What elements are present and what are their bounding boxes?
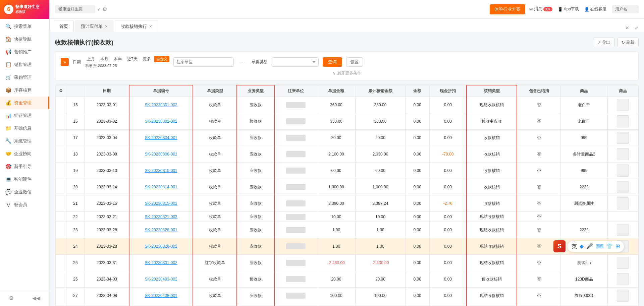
tab-close-all-icon[interactable]: ✕ xyxy=(624,24,631,32)
td-balance: 0.00 xyxy=(405,146,429,163)
sidebar-item-sales[interactable]: 📋销售管理 xyxy=(0,58,49,71)
online-service-link[interactable]: 👤 在线客服 xyxy=(584,6,606,12)
table-row: 24 2023-03-28 SK-20230328-002 收款单 应收款 ██… xyxy=(56,238,638,255)
td-balance: 0.00 xyxy=(405,222,429,238)
query-button[interactable]: 查询 xyxy=(323,57,342,67)
th-balance: 余额 xyxy=(405,85,429,97)
sidebar-item-wechat[interactable]: 💬企业微信 xyxy=(0,186,49,198)
watermark-icon-diamond[interactable]: ◆ xyxy=(580,243,584,250)
watermark-icon-mic[interactable]: 🎤 xyxy=(586,243,593,250)
filter-date-this-year[interactable]: 本年 xyxy=(112,56,124,63)
tab-prepay[interactable]: 预计应付单 ✕ xyxy=(75,20,114,32)
doc-no-link[interactable]: SK-20230308-001 xyxy=(145,152,177,157)
filter-date-this-month[interactable]: 本月 xyxy=(98,56,110,63)
td-product-img xyxy=(607,130,638,146)
td-settings xyxy=(56,179,66,195)
topbar-settings-icon[interactable]: ⚙ xyxy=(102,6,107,12)
th-index xyxy=(66,85,85,97)
sidebar-item-marketing[interactable]: 📢营销推广 xyxy=(0,46,49,58)
filter-setting-button[interactable]: 设置 xyxy=(346,57,363,67)
filter-expand-button[interactable]: » xyxy=(61,58,69,66)
doc-no-link[interactable]: SK-20230321-003 xyxy=(145,215,177,219)
filter-expand-row[interactable]: ∨ 展开更多条件 xyxy=(61,70,633,76)
filter-date-options: 上月 本月 本年 近7天 更多 自定义 xyxy=(85,56,169,63)
sidebar-item-member[interactable]: V畅会员 xyxy=(0,198,49,211)
doc-no-link[interactable]: SK-20230310-001 xyxy=(145,168,177,173)
td-doc-type: 收款单 xyxy=(193,146,237,163)
tab-receipt-write-off[interactable]: 首页 xyxy=(54,20,74,32)
sidebar-item-basic[interactable]: 📁基础信息 xyxy=(0,122,49,135)
td-date: 2023-03-02 xyxy=(85,113,129,130)
tab-current-close-icon[interactable]: ✕ xyxy=(149,24,152,29)
td-doc-type: 收款单 xyxy=(193,288,237,304)
td-date: 2023-03-14 xyxy=(85,179,129,195)
settings-bottom-icon[interactable]: ⚙ xyxy=(7,293,16,303)
tab-current[interactable]: 收款核销执行 ✕ xyxy=(115,20,158,32)
topbar-message[interactable]: ✉ 消息 99+ xyxy=(529,6,552,12)
watermark-icon-ying[interactable]: 英 xyxy=(572,243,577,250)
tab-label: 首页 xyxy=(59,23,68,29)
tabs-right-actions: ✕ ⤢ xyxy=(624,24,640,32)
topbar-user[interactable]: 用户名 xyxy=(612,5,639,13)
sidebar-item-finance[interactable]: 💰资金管理 xyxy=(0,97,49,109)
doc-no-link[interactable]: SK-20230302-002 xyxy=(145,119,177,124)
tab-prepay-close-icon[interactable]: ✕ xyxy=(105,24,108,29)
doc-no-link[interactable]: SK-20230301-002 xyxy=(145,103,177,107)
td-balance: 0.00 xyxy=(405,212,429,222)
td-doc-no: SK-20230315-002 xyxy=(129,195,193,212)
export-button[interactable]: ↗ 导出 xyxy=(593,38,614,47)
refresh-button[interactable]: ↻ 刷新 xyxy=(617,38,639,47)
sidebar-item-operation[interactable]: 📊经营管理 xyxy=(0,109,49,122)
filter-date-more[interactable]: 更多 xyxy=(141,56,153,63)
app-download-link[interactable]: 📱 App下载 xyxy=(558,6,579,12)
td-include-settled: 否 xyxy=(517,179,560,195)
refresh-icon: ↻ xyxy=(622,40,625,45)
sidebar-item-quick-nav[interactable]: 🏠快捷导航 xyxy=(0,33,49,46)
sidebar-item-hardware[interactable]: 💻智能硬件 xyxy=(0,173,49,186)
column-settings-icon[interactable]: ⚙ xyxy=(59,88,63,93)
td-include-settled: 否 xyxy=(517,304,560,306)
sidebar-item-inventory[interactable]: 📦库存核算 xyxy=(0,84,49,97)
sidebar-label-finance: 资金管理 xyxy=(14,100,32,106)
td-cash-discount: 0.00 xyxy=(429,163,467,179)
td-cash-discount: 0.00 xyxy=(429,212,467,222)
doc-no-link[interactable]: SK-20230328-002 xyxy=(145,244,177,249)
doc-no-link[interactable]: SK-20230408-001 xyxy=(145,293,177,298)
td-doc-type: 收款单 xyxy=(193,130,237,146)
sidebar-item-guide[interactable]: 🎯新手引导 xyxy=(0,160,49,173)
th-settings[interactable]: ⚙ xyxy=(56,85,66,97)
filter-date-last-month[interactable]: 上月 xyxy=(85,56,97,63)
watermark-icon-grid[interactable]: ⊞ xyxy=(615,243,620,250)
td-settings xyxy=(56,238,66,255)
industry-solution-button[interactable]: 体验行业方案 xyxy=(490,4,525,14)
doc-no-link[interactable]: SK-20230328-001 xyxy=(145,228,177,232)
tab-expand-icon[interactable]: ⤢ xyxy=(633,24,640,32)
expand-more-label: 展开更多条件 xyxy=(337,70,361,76)
sidebar-item-system[interactable]: 🔧系统管理 xyxy=(0,135,49,147)
watermark-icon-keyboard[interactable]: ⌨ xyxy=(596,243,603,250)
td-date: 2023-03-08 xyxy=(85,146,129,163)
filter-partner-input[interactable] xyxy=(173,57,234,67)
sidebar-icon-search: 🔍 xyxy=(5,23,11,29)
doc-no-link[interactable]: SK-20230403-002 xyxy=(145,277,177,282)
td-biz-type: 应收款 xyxy=(237,163,274,179)
sidebar-item-search[interactable]: 🔍搜索菜单 xyxy=(0,20,49,33)
watermark-icon-shirt[interactable]: 👕 xyxy=(606,243,613,250)
doc-no-link[interactable]: SK-20230304-001 xyxy=(145,135,177,140)
filter-date-7days[interactable]: 近7天 xyxy=(125,56,140,63)
sidebar-item-enterprise[interactable]: 🤝企业协同 xyxy=(0,147,49,160)
doc-no-link[interactable]: SK-20230331-002 xyxy=(145,260,177,265)
sidebar-icon-basic: 📁 xyxy=(5,125,11,131)
doc-no-link[interactable]: SK-20230314-001 xyxy=(145,185,177,189)
td-doc-type: 收款单 xyxy=(193,238,237,255)
filter-date-custom[interactable]: 自定义 xyxy=(154,56,169,62)
td-product: 2222 xyxy=(560,304,607,306)
collapse-icon[interactable]: ◀◀ xyxy=(30,293,42,303)
table-header-row: ⚙ 日期 单据编号 单据类型 业务类型 往来单位 单据金额 累计核销金额 余额 … xyxy=(56,85,638,97)
app-sub: 标推版 xyxy=(15,10,40,14)
filter-dots[interactable]: ··· xyxy=(240,59,245,65)
td-index: 24 xyxy=(66,238,85,255)
sidebar-item-purchase[interactable]: 🛒采购管理 xyxy=(0,71,49,84)
doc-no-link[interactable]: SK-20230315-002 xyxy=(145,201,177,206)
filter-voucher-type-select[interactable] xyxy=(272,57,319,67)
